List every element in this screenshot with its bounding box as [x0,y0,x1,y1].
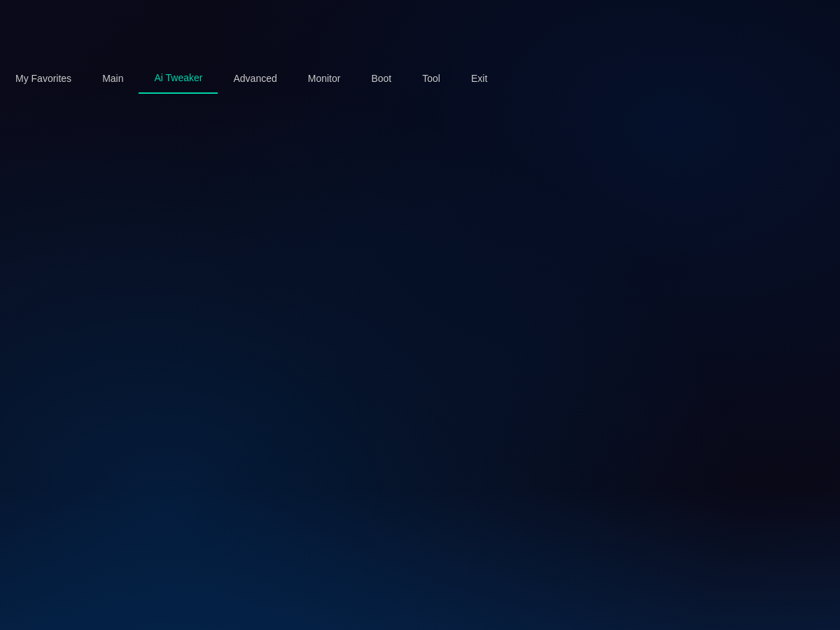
nav-my-favorites-label: My Favorites [15,73,71,84]
nav-ai-tweaker[interactable]: Ai Tweaker [139,62,218,94]
nav-my-favorites[interactable]: My Favorites [0,62,87,94]
nav-main-label: Main [102,73,123,84]
nav-boot[interactable]: Boot [356,62,407,94]
nav-monitor[interactable]: Monitor [293,62,356,94]
nav-exit-label: Exit [471,73,487,84]
nav-main[interactable]: Main [87,62,139,94]
nav-ai-tweaker-label: Ai Tweaker [154,72,202,83]
nav-tool[interactable]: Tool [407,62,456,94]
nav-advanced[interactable]: Advanced [218,62,292,94]
nav-monitor-label: Monitor [308,73,341,84]
nav-tool-label: Tool [422,73,440,84]
nav-advanced-label: Advanced [233,73,276,84]
nav-boot-label: Boot [371,73,391,84]
nav-exit[interactable]: Exit [456,62,503,94]
